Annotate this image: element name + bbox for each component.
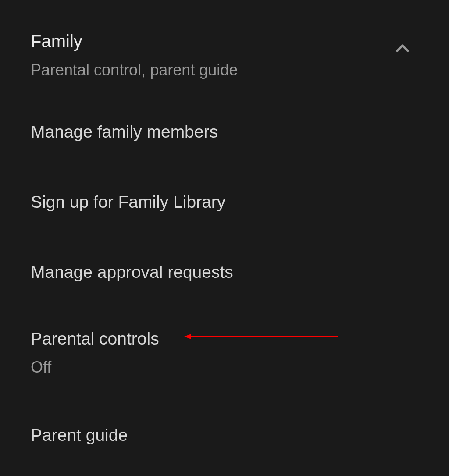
family-section-header[interactable]: Family Parental control, parent guide bbox=[0, 0, 449, 97]
parent-guide-item[interactable]: Parent guide bbox=[0, 400, 449, 470]
menu-item-title: Manage approval requests bbox=[31, 263, 418, 282]
menu-item-title: Parental controls bbox=[31, 329, 418, 348]
menu-item-title: Manage family members bbox=[31, 122, 418, 142]
manage-family-members-item[interactable]: Manage family members bbox=[0, 97, 449, 167]
parental-controls-item[interactable]: Parental controls Off bbox=[0, 307, 449, 400]
settings-container: Family Parental control, parent guide Ma… bbox=[0, 0, 449, 476]
section-subtitle: Parental control, parent guide bbox=[31, 61, 392, 79]
menu-item-title: Sign up for Family Library bbox=[31, 192, 418, 212]
menu-item-subtitle: Off bbox=[31, 358, 418, 377]
sign-up-family-library-item[interactable]: Sign up for Family Library bbox=[0, 167, 449, 237]
chevron-up-icon bbox=[392, 38, 413, 60]
manage-approval-requests-item[interactable]: Manage approval requests bbox=[0, 237, 449, 307]
menu-item-title: Parent guide bbox=[31, 426, 418, 445]
section-title: Family bbox=[31, 32, 392, 51]
section-header-text: Family Parental control, parent guide bbox=[31, 32, 392, 79]
